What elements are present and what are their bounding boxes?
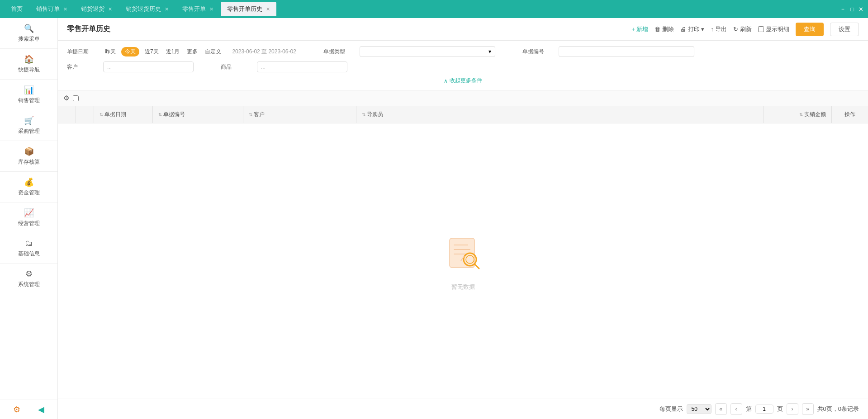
query-button[interactable]: 查询	[796, 23, 824, 36]
date-custom[interactable]: 自定义	[203, 47, 223, 56]
tab-label: 零售开单	[182, 5, 206, 13]
last-page-btn[interactable]: »	[802, 403, 814, 415]
collapse-row: ∧ 收起更多条件	[67, 77, 859, 85]
maximize-btn[interactable]: □	[850, 6, 854, 13]
goods-input[interactable]: ...	[257, 61, 347, 72]
select-all-checkbox[interactable]	[73, 95, 79, 101]
setting-button[interactable]: 设置	[830, 23, 859, 36]
pagination: 每页显示 50 10 20 100 « ‹ 第 页 › » 共0页，0条记录	[58, 399, 868, 419]
collapse-sidebar-icon[interactable]: ◀	[38, 405, 44, 414]
goods-placeholder: ...	[261, 64, 266, 70]
tab-零售开单历史[interactable]: 零售开单历史 ✕	[221, 2, 276, 16]
page-number-input[interactable]	[755, 405, 773, 414]
sidebar-label: 采购管理	[18, 127, 40, 135]
display-detail-input[interactable]	[758, 26, 764, 32]
sidebar-label: 搜索采单	[18, 35, 40, 43]
tab-close-icon[interactable]: ✕	[165, 6, 169, 12]
empty-text: 暂无数据	[451, 283, 475, 291]
sidebar-item-finance[interactable]: 💰 资金管理	[0, 172, 57, 202]
window-controls: － □ ✕	[840, 5, 863, 13]
bill-type-select[interactable]: ▾	[360, 46, 495, 57]
system-icon: ⚙	[25, 269, 33, 279]
date-yesterday[interactable]: 昨天	[103, 47, 118, 56]
tab-label: 销货退货历史	[126, 5, 161, 13]
tab-close-icon[interactable]: ✕	[108, 6, 112, 12]
tab-close-icon[interactable]: ✕	[63, 6, 67, 12]
filter-row-2: 客户 ... 商品 ...	[67, 61, 859, 72]
th-customer[interactable]: ⇅ 客户	[243, 106, 356, 123]
th-amount[interactable]: ⇅ 实销金额	[764, 106, 832, 123]
th-date[interactable]: ⇅ 单据日期	[94, 106, 153, 123]
first-page-btn[interactable]: «	[715, 403, 727, 415]
export-button[interactable]: ↑ 导出	[711, 25, 727, 33]
th-num[interactable]: ⇅ 单据编号	[153, 106, 243, 123]
th-num-label: 单据编号	[163, 111, 185, 118]
collapse-label: 收起更多条件	[450, 77, 482, 85]
filter-row-1: 单据日期 昨天 今天 近7天 近1月 更多 自定义 2023-06-02 至 2…	[67, 46, 859, 57]
inventory-icon: 📦	[24, 146, 34, 156]
sales-icon: 📊	[24, 85, 34, 95]
sidebar-item-purchase[interactable]: 🛒 采购管理	[0, 110, 57, 141]
display-detail-checkbox[interactable]: 显示明细	[758, 25, 789, 33]
page-size-select[interactable]: 50 10 20 100	[687, 404, 711, 414]
sidebar-item-search[interactable]: 🔍 搜索采单	[0, 18, 57, 49]
date-today[interactable]: 今天	[121, 47, 139, 56]
bill-num-input[interactable]	[559, 46, 694, 57]
sort-icon: ⇅	[362, 112, 365, 117]
th-settings	[58, 106, 76, 123]
tab-close-icon[interactable]: ✕	[266, 6, 270, 12]
tab-销售订单[interactable]: 销售订单 ✕	[30, 2, 74, 16]
collapse-button[interactable]: ∧ 收起更多条件	[444, 77, 482, 85]
page-label: 第	[746, 405, 752, 413]
empty-state: 暂无数据	[58, 123, 868, 399]
th-salesperson[interactable]: ⇅ 导购员	[356, 106, 424, 123]
goods-label: 商品	[221, 63, 248, 71]
baseinfo-icon: 🗂	[25, 239, 33, 248]
chevron-down-icon: ▾	[489, 48, 491, 55]
tab-销货退货[interactable]: 销货退货 ✕	[75, 2, 119, 16]
date-shortcuts: 昨天 今天 近7天 近1月 更多 自定义	[103, 47, 223, 56]
sidebar-item-inventory[interactable]: 📦 库存核算	[0, 141, 57, 172]
customer-label: 客户	[67, 63, 94, 71]
sort-icon: ⇅	[249, 112, 252, 117]
date-more[interactable]: 更多	[185, 47, 199, 56]
minimize-btn[interactable]: －	[840, 5, 846, 13]
display-detail-label: 显示明细	[766, 25, 789, 33]
table-header: ⇅ 单据日期 ⇅ 单据编号 ⇅ 客户 ⇅ 导购员 ⇅ 实销	[58, 106, 868, 123]
tab-销货退货历史[interactable]: 销货退货历史 ✕	[119, 2, 175, 16]
settings-bottom-icon[interactable]: ⚙	[13, 405, 20, 414]
date-range-display: 2023-06-02 至 2023-06-02	[232, 48, 296, 56]
sidebar-label: 系统管理	[18, 281, 40, 288]
sidebar-item-quicknav[interactable]: 🏠 快捷导航	[0, 49, 57, 80]
gear-icon[interactable]: ⚙	[63, 94, 69, 102]
empty-illustration	[441, 231, 486, 277]
print-button[interactable]: 🖨 打印 ▾	[680, 25, 704, 33]
sidebar-item-baseinfo[interactable]: 🗂 基础信息	[0, 233, 57, 264]
prev-page-btn[interactable]: ‹	[730, 403, 742, 415]
page-unit: 页	[777, 405, 783, 413]
th-customer-label: 客户	[254, 111, 265, 118]
delete-button[interactable]: 🗑 删除	[655, 25, 674, 33]
sidebar-item-system[interactable]: ⚙ 系统管理	[0, 264, 57, 294]
home-icon: 🏠	[24, 54, 34, 64]
sidebar-label: 库存核算	[18, 158, 40, 166]
tab-零售开单[interactable]: 零售开单 ✕	[176, 2, 220, 16]
tab-close-icon[interactable]: ✕	[209, 6, 213, 12]
purchase-icon: 🛒	[24, 116, 34, 126]
page-title: 零售开单历史	[67, 24, 110, 34]
refresh-button[interactable]: ↻ 刷新	[733, 25, 752, 33]
customer-input[interactable]: ...	[103, 61, 194, 72]
tab-首页[interactable]: 首页	[5, 2, 29, 16]
table-area: ⚙ ⇅ 单据日期 ⇅ 单据编号 ⇅ 客户	[58, 90, 868, 399]
svg-line-6	[474, 264, 479, 268]
toolbar: + 新增 🗑 删除 🖨 打印 ▾ ↑ 导出 ↻ 刷新 显示明细 查询 设置	[631, 23, 859, 36]
sidebar-item-operations[interactable]: 📈 经营管理	[0, 202, 57, 233]
new-button[interactable]: + 新增	[631, 25, 648, 33]
top-bar: 首页 销售订单 ✕ 销货退货 ✕ 销货退货历史 ✕ 零售开单 ✕ 零售开单历史 …	[0, 0, 868, 18]
table-toolbar: ⚙	[58, 90, 868, 106]
date-7days[interactable]: 近7天	[143, 47, 161, 56]
next-page-btn[interactable]: ›	[787, 403, 798, 415]
date-1month[interactable]: 近1月	[164, 47, 182, 56]
close-btn[interactable]: ✕	[859, 6, 863, 13]
sidebar-item-sales[interactable]: 📊 销售管理	[0, 80, 57, 110]
